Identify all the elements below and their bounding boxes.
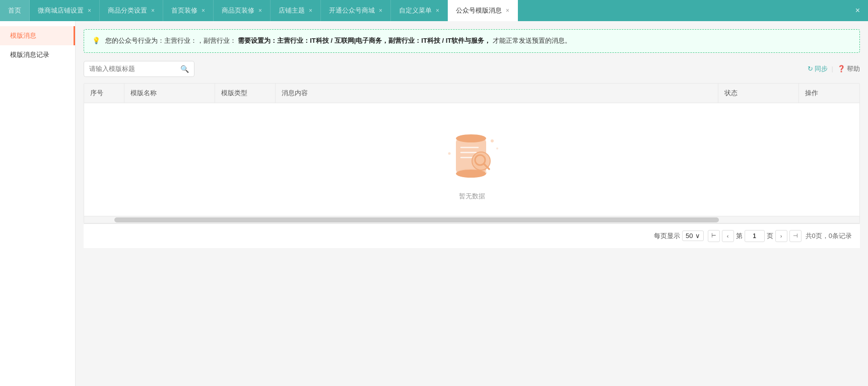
col-status: 状态 — [718, 84, 799, 103]
tab-close-icon[interactable]: × — [151, 7, 155, 14]
tab-item-4[interactable]: 商品页装修× — [214, 0, 271, 21]
tab-label: 店铺主题 — [279, 6, 305, 15]
tab-label: 自定义菜单 — [399, 6, 432, 15]
pagination: 每页显示 50 ∨ ⊢ ‹ 第 页 › ⊣ 共0页，0条记录 — [84, 223, 860, 248]
sidebar-item-1[interactable]: 模版消息记录 — [0, 45, 75, 64]
svg-point-12 — [448, 152, 450, 155]
tab-close-icon[interactable]: × — [202, 7, 205, 14]
tab-item-0[interactable]: 首页 — [0, 0, 30, 21]
svg-point-10 — [491, 139, 494, 142]
total-info: 共0页，0条记录 — [806, 231, 852, 241]
col-name: 模版名称 — [124, 84, 215, 103]
sync-icon: ↻ — [808, 65, 813, 72]
search-input[interactable] — [89, 65, 180, 72]
help-button[interactable]: ❓ 帮助 — [837, 64, 860, 73]
tab-label: 微商城店铺设置 — [38, 6, 84, 15]
search-bar: 🔍 ↻ 同步 | ❓ 帮助 — [84, 61, 860, 77]
tab-close-icon[interactable]: × — [309, 7, 312, 14]
tab-label: 商品页装修 — [222, 6, 254, 15]
tab-item-5[interactable]: 店铺主题× — [271, 0, 321, 21]
scroll-thumb[interactable] — [114, 217, 719, 222]
col-action: 操作 — [799, 84, 859, 103]
dropdown-arrow-icon: ∨ — [695, 232, 700, 240]
tab-item-6[interactable]: 开通公众号商城× — [321, 0, 391, 21]
tab-item-2[interactable]: 商品分类设置× — [100, 0, 163, 21]
empty-state: 暂无数据 — [84, 103, 859, 216]
tab-close-icon[interactable]: × — [379, 7, 382, 14]
tab-close-icon[interactable]: × — [258, 7, 262, 14]
page-label: 第 — [736, 231, 743, 241]
sidebar: 模版消息模版消息记录 — [0, 21, 76, 386]
col-content: 消息内容 — [276, 84, 718, 103]
data-table: 序号 模版名称 模版类型 消息内容 状态 操作 — [84, 83, 860, 223]
svg-point-3 — [456, 170, 486, 178]
first-page-button[interactable]: ⊢ — [708, 230, 720, 242]
scroll-bar-area[interactable] — [84, 216, 859, 223]
tab-close-icon[interactable]: × — [88, 7, 91, 14]
tab-label: 开通公众号商城 — [329, 6, 375, 15]
page-unit: 页 — [767, 231, 773, 241]
page-navigation: ⊢ ‹ 第 页 › ⊣ — [708, 230, 802, 242]
content-area: 💡 您的公众号行业为：主营行业：，副营行业： 需要设置为：主营行业：IT科技 /… — [76, 21, 868, 386]
last-page-button[interactable]: ⊣ — [789, 230, 802, 242]
tab-close-icon[interactable]: × — [506, 7, 509, 14]
search-input-wrap[interactable]: 🔍 — [84, 61, 194, 77]
search-icon[interactable]: 🔍 — [180, 65, 189, 73]
help-icon: ❓ — [837, 65, 845, 72]
tab-close-all[interactable]: × — [847, 6, 868, 15]
tab-label: 公众号模版消息 — [456, 6, 502, 15]
main-layout: 模版消息模版消息记录 💡 您的公众号行业为：主营行业：，副营行业： 需要设置为：… — [0, 21, 868, 386]
tab-item-1[interactable]: 微商城店铺设置× — [30, 0, 100, 21]
notice-box: 💡 您的公众号行业为：主营行业：，副营行业： 需要设置为：主营行业：IT科技 /… — [84, 29, 860, 53]
tab-item-3[interactable]: 首页装修× — [163, 0, 214, 21]
col-index: 序号 — [84, 84, 124, 103]
search-actions: ↻ 同步 | ❓ 帮助 — [808, 64, 860, 73]
per-page-select: 每页显示 50 ∨ — [654, 230, 703, 241]
notice-suffix: 才能正常发送预置的消息。 — [493, 37, 571, 44]
tab-label: 首页装修 — [171, 6, 197, 15]
per-page-value: 50 — [686, 232, 693, 240]
prev-page-button[interactable]: ‹ — [722, 230, 734, 242]
per-page-dropdown[interactable]: 50 ∨ — [682, 230, 703, 241]
empty-illustration — [442, 123, 502, 184]
next-page-button[interactable]: › — [775, 230, 787, 242]
empty-text: 暂无数据 — [459, 192, 485, 201]
svg-point-11 — [496, 147, 498, 149]
divider: | — [832, 65, 833, 72]
notice-prefix: 您的公众号行业为：主营行业：，副营行业： — [105, 37, 236, 44]
svg-point-2 — [456, 134, 486, 142]
per-page-label: 每页显示 — [654, 231, 680, 241]
sidebar-item-0[interactable]: 模版消息 — [0, 26, 75, 45]
help-label: 帮助 — [847, 64, 860, 73]
page-number-input[interactable] — [745, 230, 765, 242]
tab-label: 首页 — [8, 6, 21, 15]
table-header: 序号 模版名称 模版类型 消息内容 状态 操作 — [84, 84, 859, 103]
col-type: 模版类型 — [215, 84, 276, 103]
tab-bar: 首页微商城店铺设置×商品分类设置×首页装修×商品页装修×店铺主题×开通公众号商城… — [0, 0, 868, 21]
tab-item-8[interactable]: 公众号模版消息× — [448, 0, 518, 21]
sync-label: 同步 — [815, 64, 828, 73]
tab-close-icon[interactable]: × — [436, 7, 439, 14]
sync-button[interactable]: ↻ 同步 — [808, 64, 828, 73]
tab-label: 商品分类设置 — [108, 6, 147, 15]
notice-icon: 💡 — [92, 37, 100, 44]
tab-item-7[interactable]: 自定义菜单× — [391, 0, 448, 21]
notice-highlight: 需要设置为：主营行业：IT科技 / 互联网|电子商务，副营行业：IT科技 / I… — [238, 37, 491, 44]
